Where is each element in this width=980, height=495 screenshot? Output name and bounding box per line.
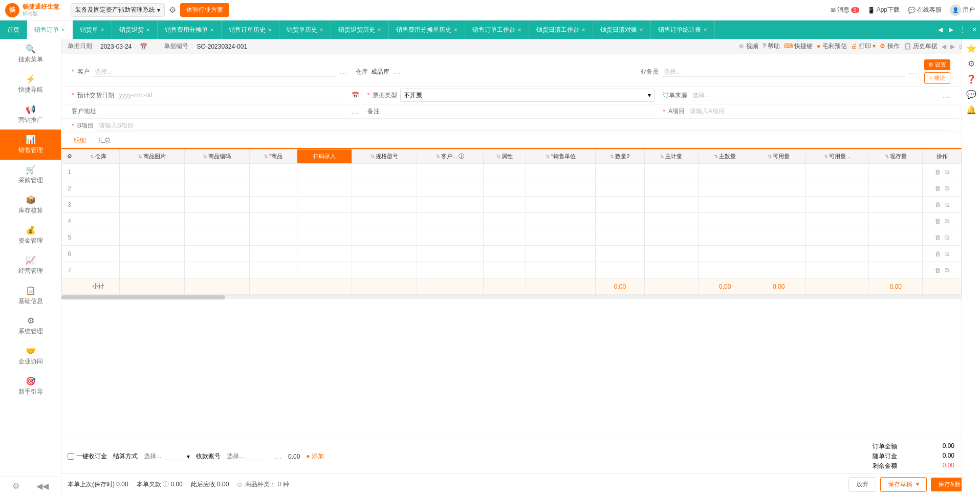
- profit-action[interactable]: ● 毛利预估: [817, 42, 847, 51]
- message-button[interactable]: ✉ 消息 9: [831, 6, 859, 14]
- sidebar-collapse-icon[interactable]: ◀◀: [36, 481, 49, 491]
- col-image[interactable]: ⇅商品图片: [119, 149, 184, 164]
- save-draft-button[interactable]: 保存草稿 ▾: [880, 477, 927, 492]
- add-payment-button[interactable]: ● 添加: [306, 452, 324, 461]
- sidebar-item-basics[interactable]: 📋 基础信息: [0, 281, 61, 311]
- nav-tab-daily-reconcile[interactable]: 钱货日清对账 ✕: [593, 20, 651, 39]
- col-available[interactable]: ⇅可用量: [752, 149, 805, 164]
- quick-checkout-input[interactable]: [68, 453, 74, 460]
- row-delete-icon[interactable]: 🗑: [935, 234, 941, 241]
- calendar2-icon[interactable]: 📅: [352, 92, 359, 99]
- close-icon[interactable]: ✕: [319, 27, 323, 33]
- col-customer-code[interactable]: ⇅客户... ⓘ: [417, 149, 484, 164]
- sidebar-item-purchase[interactable]: 🛒 采购管理: [0, 160, 61, 190]
- sidebar-item-sales[interactable]: 📊 销售管理: [0, 130, 61, 160]
- tab-summary[interactable]: 汇总: [92, 133, 117, 148]
- b-project-input[interactable]: [97, 121, 950, 131]
- sidebar-item-finance[interactable]: 💰 资金管理: [0, 220, 61, 250]
- row-delete-icon[interactable]: 🗑: [935, 267, 941, 274]
- nav-tab-sales-cost-history[interactable]: 销售费用分摊单历史 ✕: [389, 20, 465, 39]
- nav-tab-sales-cost[interactable]: 销售费用分摊单 ✕: [158, 20, 222, 39]
- col-qty2[interactable]: ⇅数量2: [596, 149, 644, 164]
- row-copy-icon[interactable]: ⧉: [945, 185, 949, 192]
- table-scroll-thumb[interactable]: [61, 295, 225, 299]
- nav-tab-sales-order[interactable]: 销售订单 ✕: [27, 20, 73, 39]
- tab-detail[interactable]: 明细: [68, 133, 92, 149]
- col-main-unit[interactable]: ⇅主计量: [644, 149, 698, 164]
- sidebar-settings-icon[interactable]: ⚙: [12, 481, 19, 491]
- app-download-button[interactable]: 📱 App下载: [867, 6, 900, 14]
- salesperson-more-icon[interactable]: …: [908, 67, 916, 76]
- right-btn-5[interactable]: 🔔: [964, 102, 978, 117]
- close-icon[interactable]: ✕: [453, 27, 458, 33]
- customer-address-more-icon[interactable]: …: [351, 107, 359, 116]
- payment-method-input[interactable]: [144, 453, 185, 460]
- nav-tab-sales-order-history[interactable]: 销售订单历史 ✕: [222, 20, 279, 39]
- account-input[interactable]: [227, 453, 268, 460]
- col-barcode[interactable]: 扫码录入: [297, 149, 352, 164]
- nav-left-arrow[interactable]: ◀: [935, 26, 946, 33]
- nav-close-all-icon[interactable]: ✕: [969, 26, 980, 33]
- col-product[interactable]: ⇅*商品: [250, 149, 297, 164]
- help-action[interactable]: ? 帮助: [763, 42, 780, 51]
- close-icon[interactable]: ✕: [100, 27, 104, 33]
- table-scrollbar[interactable]: [61, 295, 962, 299]
- order-source-more-icon[interactable]: …: [942, 91, 950, 100]
- row-delete-icon[interactable]: 🗑: [935, 201, 941, 208]
- settings-button[interactable]: ⚙ 设置: [924, 59, 950, 70]
- payment-method-select[interactable]: ▾: [144, 453, 190, 460]
- nav-tab-sales-goods[interactable]: 销货单 ✕: [73, 20, 112, 39]
- nav-right-arrow[interactable]: ▶: [946, 26, 956, 33]
- nav-tab-sales-return-history[interactable]: 销货退货历史 ✕: [331, 20, 389, 39]
- right-btn-1[interactable]: ⭐: [964, 41, 978, 55]
- discard-button[interactable]: 放弃: [848, 477, 876, 492]
- solution-button[interactable]: 体验行业方案: [180, 3, 229, 17]
- print-action[interactable]: 🖨 打印 ▾: [851, 42, 876, 51]
- nav-tab-sales-stats[interactable]: 销售订单统计表 ✕: [651, 20, 715, 39]
- material-button[interactable]: + 物流: [924, 72, 950, 84]
- col-attr[interactable]: ⇅属性: [483, 149, 526, 164]
- col-unit[interactable]: ⇅*销售单位: [526, 149, 596, 164]
- row-copy-icon[interactable]: ⧉: [945, 218, 949, 225]
- row-copy-icon[interactable]: ⧉: [945, 250, 949, 257]
- remarks-input[interactable]: [383, 106, 655, 116]
- nav-next-icon[interactable]: ▶: [950, 43, 955, 50]
- settings-icon[interactable]: ⚙: [169, 5, 176, 15]
- right-btn-3[interactable]: ❓: [964, 72, 978, 86]
- online-service-button[interactable]: 💬 在线客服: [908, 6, 942, 14]
- a-project-input[interactable]: [688, 106, 950, 116]
- right-btn-4[interactable]: 💬: [964, 87, 978, 101]
- row-copy-icon[interactable]: ⧉: [945, 168, 949, 176]
- invoice-select[interactable]: 不开票 ▾: [400, 89, 655, 102]
- sidebar-item-guide[interactable]: 🎯 新手引导: [0, 371, 61, 401]
- close-icon[interactable]: ✕: [146, 27, 150, 33]
- row-delete-icon[interactable]: 🗑: [935, 250, 941, 257]
- row-copy-icon[interactable]: ⧉: [945, 267, 949, 274]
- system-selector[interactable]: 装备及固定资产辅助管理系统 ▾: [71, 3, 165, 17]
- salesperson-input[interactable]: [662, 67, 905, 77]
- col-available2[interactable]: ⇅可用量...: [805, 149, 869, 164]
- close-icon[interactable]: ✕: [268, 27, 272, 33]
- sidebar-item-marketing[interactable]: 📢 营销推广: [0, 99, 61, 130]
- col-main-qty[interactable]: ⇅主数量: [698, 149, 752, 164]
- nav-tab-sales-goods-history[interactable]: 销货单历史 ✕: [279, 20, 331, 39]
- nav-more-icon[interactable]: ⋮: [956, 26, 969, 33]
- customer-more-icon[interactable]: …: [339, 67, 347, 76]
- nav-tab-daily-workbench[interactable]: 钱货日清工作台 ✕: [529, 20, 593, 39]
- delivery-date-input[interactable]: [117, 91, 349, 100]
- account-more-icon[interactable]: …: [274, 452, 282, 461]
- row-copy-icon[interactable]: ⧉: [945, 234, 949, 241]
- nav-tab-sales-return[interactable]: 销货退货 ✕: [112, 20, 158, 39]
- nav-prev-icon[interactable]: ◀: [942, 43, 946, 50]
- customer-address-input[interactable]: [99, 106, 348, 116]
- sidebar-item-enterprise[interactable]: 🤝 企业协同: [0, 341, 61, 371]
- row-delete-icon[interactable]: 🗑: [935, 218, 941, 225]
- order-source-input[interactable]: [690, 91, 939, 100]
- close-icon[interactable]: ✕: [61, 27, 65, 33]
- save-draft-arrow[interactable]: ▾: [916, 481, 919, 488]
- view-action[interactable]: ⊙ 视频: [739, 42, 758, 51]
- row-delete-icon[interactable]: 🗑: [935, 185, 941, 192]
- warehouse-more-icon[interactable]: …: [393, 67, 401, 76]
- col-settings[interactable]: ⚙: [62, 149, 77, 164]
- close-icon[interactable]: ✕: [703, 27, 707, 33]
